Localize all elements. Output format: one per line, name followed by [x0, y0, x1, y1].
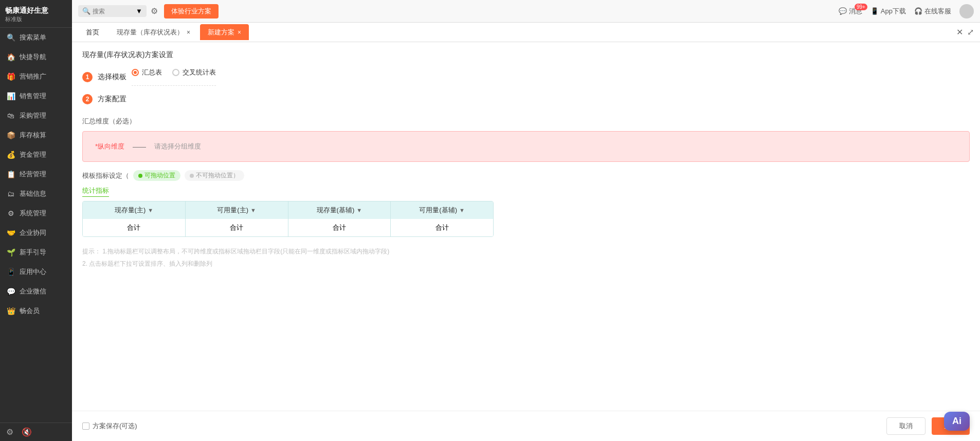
radio-cross-label: 交叉统计表	[183, 68, 216, 77]
trial-button[interactable]: 体验行业方案	[164, 4, 219, 19]
dim-placeholder: 请选择分组维度	[154, 142, 201, 151]
window-btns: ✕ ⤢	[956, 27, 974, 37]
non-draggable-dot	[190, 174, 194, 178]
sidebar-item-inventory[interactable]: 📦 库存核算	[0, 125, 72, 145]
message-btn[interactable]: 💬 消息 99+	[839, 7, 862, 16]
sidebar-item-newguide[interactable]: 🌱 新手引导	[0, 243, 72, 262]
newguide-icon: 🌱	[6, 248, 15, 257]
radio-cross[interactable]: 交叉统计表	[172, 68, 216, 77]
gear-icon[interactable]: ⚙	[151, 6, 158, 16]
sidebar-logo: 畅康通好生意 标准版	[0, 0, 72, 28]
sidebar-item-basic[interactable]: 🗂 基础信息	[0, 184, 72, 204]
sidebar-label-member: 畅会员	[20, 306, 40, 316]
col-header-label-1: 可用量(主)	[217, 206, 248, 215]
sidebar-item-sales[interactable]: 📊 销售管理	[0, 86, 72, 106]
sidebar-item-system[interactable]: ⚙ 系统管理	[0, 204, 72, 223]
sidebar-item-cooperation[interactable]: 🤝 企业协同	[0, 223, 72, 243]
col-sub-label-0: 合计	[127, 224, 140, 231]
member-icon: 👑	[6, 306, 15, 316]
sidebar-item-shortcut[interactable]: 🏠 快捷导航	[0, 47, 72, 67]
ai-fab-button[interactable]: Ai	[944, 412, 970, 431]
sidebar-label-shortcut: 快捷导航	[20, 52, 46, 62]
dim-dash: ——	[133, 143, 146, 151]
sidebar-label-sales: 销售管理	[20, 91, 46, 101]
non-draggable-chip: 不可拖动位置）	[185, 170, 244, 181]
draggable-chip: 可拖动位置	[133, 170, 180, 181]
online-service-btn[interactable]: 🎧 在线客服	[914, 7, 951, 16]
app-name: 畅康通好生意	[5, 6, 67, 15]
wechat-icon: 💬	[6, 287, 15, 296]
tab-new-plan[interactable]: 新建方案 ×	[200, 24, 249, 40]
message-icon: 💬	[839, 7, 847, 15]
sidebar-nav: 🔍 搜索菜单 🏠 快捷导航 🎁 营销推广 📊 销售管理 🛍 采购管理 📦 库存核…	[0, 28, 72, 422]
col-dropdown-icon-0[interactable]: ▼	[148, 207, 153, 213]
metrics-col-header-1[interactable]: 可用量(主) ▼	[186, 201, 288, 219]
tab-home[interactable]: 首页	[78, 24, 107, 40]
search-icon: 🔍	[6, 33, 15, 42]
section-plan-config: 2 方案配置 汇总维度（必选） *纵向维度 —— 请选择分组维度 模板指标设定（…	[82, 94, 970, 270]
metrics-col-header-3[interactable]: 可用量(基辅) ▼	[391, 201, 493, 219]
section2-header: 2 方案配置	[82, 94, 970, 104]
tab-new-plan-label: 新建方案	[208, 28, 234, 37]
user-avatar[interactable]	[959, 4, 974, 19]
section-template: 1 选择模板 汇总表 交叉统计表	[82, 68, 970, 86]
topbar-search-box[interactable]: 🔍 ▼	[78, 5, 147, 17]
dimension-box[interactable]: *纵向维度 —— 请选择分组维度	[82, 131, 970, 162]
sidebar-label-basic: 基础信息	[20, 189, 46, 198]
page-title: 现存量(库存状况表)方案设置	[82, 50, 970, 60]
mute-icon[interactable]: 🔇	[22, 427, 32, 437]
sidebar-label-search: 搜索菜单	[20, 33, 46, 42]
metrics-label-text: 模板指标设定（	[82, 171, 129, 180]
section1-num: 1	[82, 72, 93, 82]
app-download-btn[interactable]: 📱 App下载	[870, 7, 906, 16]
tabs-bar: 首页 现存量（库存状况表） × 新建方案 × ✕ ⤢	[72, 23, 980, 42]
stats-section: 统计指标 现存量(主) ▼ 可用量(主) ▼ 现存量(基辅) ▼ 可用量(基辅)…	[82, 186, 970, 237]
col-header-content-0: 现存量(主) ▼	[89, 206, 179, 215]
radio-summary-label: 汇总表	[142, 68, 162, 77]
col-dropdown-icon-1[interactable]: ▼	[250, 207, 256, 213]
settings-icon[interactable]: ⚙	[6, 427, 13, 437]
metrics-col-header-0[interactable]: 现存量(主) ▼	[83, 201, 186, 219]
draggable-dot	[138, 174, 142, 178]
tab-inventory-status[interactable]: 现存量（库存状况表） ×	[109, 24, 198, 40]
app-download-label: App下载	[881, 7, 906, 16]
col-sub-label-3: 合计	[435, 224, 449, 231]
sidebar-item-operation[interactable]: 📋 经营管理	[0, 164, 72, 184]
tab-new-plan-close[interactable]: ×	[238, 29, 241, 36]
sidebar-item-purchase[interactable]: 🛍 采购管理	[0, 106, 72, 125]
sidebar-label-finance: 资金管理	[20, 150, 46, 159]
section2-title: 方案配置	[98, 95, 126, 104]
shortcut-icon: 🏠	[6, 52, 15, 62]
dim-required-label: *纵向维度	[95, 142, 124, 151]
tip-1: 提示： 1.拖动标题栏可以调整布局，不可跨维度或指标区域拖动栏目字段(只能在同一…	[82, 245, 970, 258]
online-service-label: 在线客服	[924, 7, 951, 16]
close-window-icon[interactable]: ✕	[956, 27, 963, 37]
main-area: 🔍 ▼ ⚙ 体验行业方案 💬 消息 99+ 📱 App下载 🎧 在线客服	[72, 0, 980, 441]
radio-summary[interactable]: 汇总表	[132, 68, 162, 77]
section1-header: 1 选择模板 汇总表 交叉统计表	[82, 68, 970, 86]
sidebar-item-member[interactable]: 👑 畅会员	[0, 301, 72, 321]
sidebar-label-operation: 经营管理	[20, 170, 46, 179]
col-dropdown-icon-3[interactable]: ▼	[459, 207, 465, 213]
purchase-icon: 🛍	[6, 111, 15, 120]
download-icon: 📱	[870, 7, 879, 15]
cancel-button[interactable]: 取消	[886, 417, 925, 435]
sidebar-item-finance[interactable]: 💰 资金管理	[0, 145, 72, 164]
sidebar-item-appcenter[interactable]: 📱 应用中心	[0, 262, 72, 282]
template-options: 汇总表 交叉统计表	[132, 68, 216, 86]
sidebar-label-cooperation: 企业协同	[20, 228, 46, 237]
metrics-col-header-2[interactable]: 现存量(基辅) ▼	[288, 201, 391, 219]
sidebar-item-wechat[interactable]: 💬 企业微信	[0, 282, 72, 301]
sidebar-item-marketing[interactable]: 🎁 营销推广	[0, 67, 72, 86]
basic-icon: 🗂	[6, 189, 15, 198]
search-input[interactable]	[93, 8, 134, 15]
expand-window-icon[interactable]: ⤢	[967, 27, 974, 37]
save-checkbox[interactable]	[82, 422, 89, 430]
save-option: 方案保存(可选)	[82, 421, 137, 431]
content-area: 现存量(库存状况表)方案设置 1 选择模板 汇总表 交叉统计表	[72, 42, 980, 411]
col-dropdown-icon-2[interactable]: ▼	[356, 207, 362, 213]
sidebar-item-search[interactable]: 🔍 搜索菜单	[0, 28, 72, 47]
stats-section-label: 统计指标	[82, 186, 109, 197]
draggable-label: 可拖动位置	[144, 171, 175, 180]
tab-inventory-close[interactable]: ×	[187, 29, 190, 36]
